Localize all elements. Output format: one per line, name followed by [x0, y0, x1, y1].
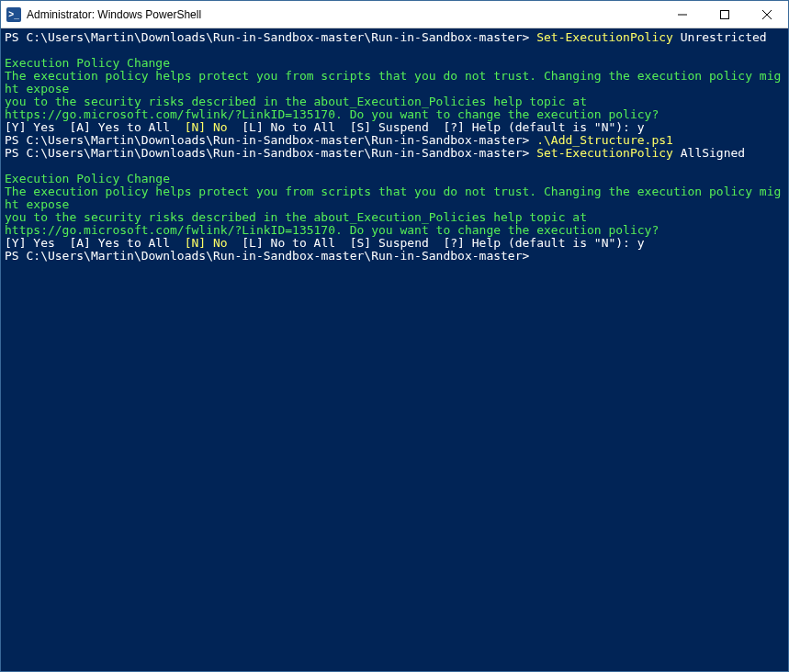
minimize-button[interactable]	[661, 1, 704, 28]
terminal-line: [Y] Yes [A] Yes to All [N] No [L] No to …	[5, 121, 784, 134]
terminal-line: Execution Policy Change	[5, 173, 784, 185]
terminal-line: PS C:\Users\Martin\Downloads\Run-in-Sand…	[5, 250, 784, 263]
terminal-line: PS C:\Users\Martin\Downloads\Run-in-Sand…	[5, 147, 784, 160]
powershell-icon: >_	[6, 7, 21, 22]
terminal-line: The execution policy helps protect you f…	[5, 185, 784, 211]
window-controls	[661, 1, 788, 28]
terminal-line: PS C:\Users\Martin\Downloads\Run-in-Sand…	[5, 31, 784, 44]
terminal-line: PS C:\Users\Martin\Downloads\Run-in-Sand…	[5, 134, 784, 147]
terminal-line: https://go.microsoft.com/fwlink/?LinkID=…	[5, 108, 784, 121]
terminal-line: you to the security risks described in t…	[5, 211, 784, 224]
terminal-line: The execution policy helps protect you f…	[5, 70, 784, 95]
terminal[interactable]: PS C:\Users\Martin\Downloads\Run-in-Sand…	[1, 28, 788, 671]
maximize-button[interactable]	[704, 1, 746, 28]
terminal-line	[5, 44, 784, 57]
terminal-line: you to the security risks described in t…	[5, 95, 784, 108]
window-title: Administrator: Windows PowerShell	[27, 8, 201, 21]
terminal-line: Execution Policy Change	[5, 57, 784, 70]
terminal-line: https://go.microsoft.com/fwlink/?LinkID=…	[5, 224, 784, 237]
powershell-window: >_ Administrator: Windows PowerShell PS …	[0, 0, 789, 672]
titlebar-left: >_ Administrator: Windows PowerShell	[1, 7, 201, 22]
titlebar: >_ Administrator: Windows PowerShell	[1, 1, 788, 28]
terminal-line	[5, 160, 784, 173]
svg-rect-1	[721, 10, 729, 18]
terminal-line: [Y] Yes [A] Yes to All [N] No [L] No to …	[5, 237, 784, 250]
close-button[interactable]	[746, 1, 788, 28]
